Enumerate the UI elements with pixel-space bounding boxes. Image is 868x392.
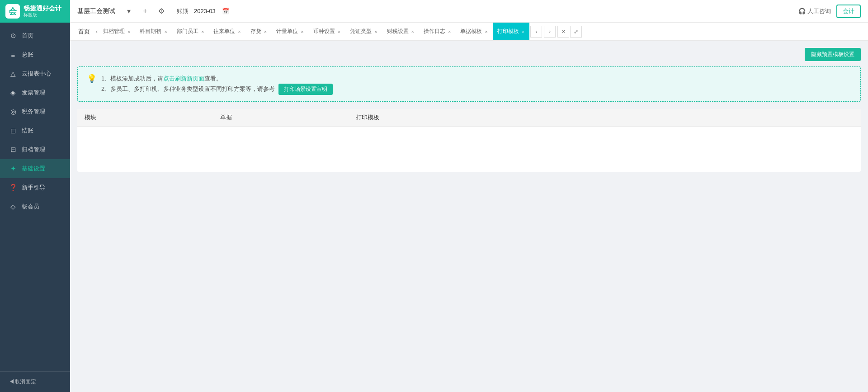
sidebar-item-reports[interactable]: △ 云报表中心	[0, 64, 70, 83]
tax-icon: ◎	[9, 108, 17, 116]
sidebar-item-label: 归档管理	[22, 146, 45, 154]
tab-currency[interactable]: 币种设置 ×	[309, 23, 345, 41]
tab-unit[interactable]: 计量单位 ×	[272, 23, 308, 41]
tab-currency-close[interactable]: ×	[338, 29, 340, 34]
service-btn[interactable]: 🎧 人工咨询	[798, 7, 831, 15]
tab-archive-close[interactable]: ×	[127, 29, 130, 34]
closing-icon: ◻	[9, 127, 17, 135]
tab-oplog-label: 操作日志	[424, 28, 445, 35]
unpin-label: ◀取消固定	[9, 378, 36, 386]
tab-inventory[interactable]: 存货 ×	[246, 23, 272, 41]
hide-template-btn[interactable]: 隐藏预置模板设置	[805, 48, 861, 61]
tab-inventory-label: 存货	[250, 28, 261, 35]
dropdown-btn[interactable]: ▾	[123, 5, 135, 18]
tab-expand-btn[interactable]: ⤢	[570, 26, 582, 38]
sidebar-nav: ⊙ 首页 ≡ 总账 △ 云报表中心 ◈ 发票管理 ◎ 税务管理 ◻ 结账 ⊟ 归…	[0, 23, 70, 371]
sidebar-item-settings[interactable]: ✦ 基础设置	[0, 159, 70, 178]
tab-separator: ‹	[96, 28, 98, 35]
tab-prev-btn[interactable]: ‹	[530, 26, 542, 38]
tab-voucher[interactable]: 凭证类型 ×	[345, 23, 382, 41]
tab-voucher-label: 凭证类型	[350, 28, 372, 35]
tab-taxsetting[interactable]: 财税设置 ×	[382, 23, 419, 41]
notice-line2: 2、多员工、多打印机、多种业务类型设置不同打印方案等，请参考 打印场景设置宣明	[101, 84, 333, 95]
tab-oplog-close[interactable]: ×	[448, 29, 451, 34]
notice-line1-pre: 1、模板添加成功后，请	[101, 75, 163, 82]
tab-inventory-close[interactable]: ×	[264, 29, 267, 34]
tab-oplog[interactable]: 操作日志 ×	[419, 23, 456, 41]
ledger-icon: ≡	[9, 51, 17, 59]
tab-dept[interactable]: 部门员工 ×	[172, 23, 209, 41]
sidebar-item-ledger[interactable]: ≡ 总账	[0, 45, 70, 64]
tab-partner-close[interactable]: ×	[238, 29, 241, 34]
content-area: 隐藏预置模板设置 💡 1、模板添加成功后，请点击刷新新页面查看。 2、多员工、多…	[70, 41, 868, 392]
sidebar-item-tax[interactable]: ◎ 税务管理	[0, 102, 70, 121]
notice-line1-post: 查看。	[204, 75, 222, 82]
table-header: 模块 单据 打印模板	[77, 109, 861, 127]
archive-icon: ⊟	[9, 146, 17, 154]
tab-close-all-btn[interactable]: ×	[557, 26, 569, 38]
member-icon: ◇	[9, 203, 17, 211]
sidebar-item-closing[interactable]: ◻ 结账	[0, 121, 70, 140]
topbar-right: 🎧 人工咨询 会计	[798, 5, 861, 18]
sidebar-item-member[interactable]: ◇ 畅会员	[0, 197, 70, 216]
tab-doc-template[interactable]: 单据模板 ×	[456, 23, 492, 41]
lightbulb-icon: 💡	[87, 74, 97, 84]
col-header-doc: 单据	[220, 113, 356, 122]
company-name: 基层工会测试	[77, 7, 115, 15]
reports-icon: △	[9, 70, 17, 78]
account-btn[interactable]: 会计	[836, 5, 861, 18]
home-icon: ⊙	[9, 32, 17, 40]
sidebar-item-label: 基础设置	[22, 165, 45, 173]
topbar-actions: ▾ ＋ ⚙	[123, 5, 168, 18]
sidebar-item-label: 发票管理	[22, 89, 45, 97]
tab-partner-label: 往来单位	[213, 28, 235, 35]
notice-line1: 1、模板添加成功后，请点击刷新新页面查看。	[101, 73, 333, 84]
sidebar-item-invoice[interactable]: ◈ 发票管理	[0, 83, 70, 102]
guide-icon: ❓	[9, 184, 17, 192]
tab-voucher-close[interactable]: ×	[374, 29, 377, 34]
tab-doc-template-label: 单据模板	[460, 28, 482, 35]
tab-archive[interactable]: 归档管理 ×	[99, 23, 135, 41]
sidebar-item-home[interactable]: ⊙ 首页	[0, 26, 70, 45]
period-label: 账期	[177, 7, 189, 15]
logo-icon: 会	[5, 4, 20, 19]
service-label: 人工咨询	[807, 7, 831, 15]
tab-print-template-close[interactable]: ×	[522, 29, 524, 34]
sidebar-item-label: 畅会员	[22, 203, 39, 211]
tab-print-template-label: 打印模板	[497, 28, 519, 35]
sidebar-item-archive[interactable]: ⊟ 归档管理	[0, 140, 70, 159]
tab-next-btn[interactable]: ›	[544, 26, 556, 38]
sidebar: 会 畅捷通好会计 标题版 ⊙ 首页 ≡ 总账 △ 云报表中心 ◈ 发票管理 ◎ …	[0, 0, 70, 392]
action-row: 隐藏预置模板设置	[77, 48, 861, 61]
tab-print-template[interactable]: 打印模板 ×	[493, 23, 529, 41]
tab-taxsetting-label: 财税设置	[387, 28, 409, 35]
sidebar-unpin-btn[interactable]: ◀取消固定	[0, 371, 70, 392]
tab-dept-close[interactable]: ×	[201, 29, 204, 34]
table-body	[77, 127, 861, 172]
main-area: 基层工会测试 ▾ ＋ ⚙ 账期 2023-03 📅 🎧 人工咨询 会计 首页 ‹…	[70, 0, 868, 392]
notice-refresh-link[interactable]: 点击刷新新页面	[163, 75, 204, 82]
tab-taxsetting-close[interactable]: ×	[411, 29, 414, 34]
calendar-icon[interactable]: 📅	[222, 8, 229, 14]
add-tab-btn[interactable]: ＋	[139, 5, 151, 18]
tab-subject-close[interactable]: ×	[164, 29, 167, 34]
tab-partner[interactable]: 往来单位 ×	[209, 23, 245, 41]
print-scene-btn[interactable]: 打印场景设置宣明	[278, 84, 333, 95]
sidebar-item-label: 首页	[22, 32, 33, 40]
tab-home[interactable]: 首页	[74, 23, 95, 41]
tab-subject[interactable]: 科目期初 ×	[135, 23, 172, 41]
topbar: 基层工会测试 ▾ ＋ ⚙ 账期 2023-03 📅 🎧 人工咨询 会计	[70, 0, 868, 23]
sidebar-item-guide[interactable]: ❓ 新手引导	[0, 178, 70, 197]
tab-unit-label: 计量单位	[276, 28, 298, 35]
tab-doc-template-close[interactable]: ×	[485, 29, 487, 34]
tabbar: 首页 ‹ 归档管理 × 科目期初 × 部门员工 × 往来单位 × 存货 × 计量…	[70, 23, 868, 41]
tab-currency-label: 币种设置	[313, 28, 335, 35]
invoice-icon: ◈	[9, 89, 17, 97]
settings-gear-btn[interactable]: ⚙	[155, 5, 168, 18]
tab-unit-close[interactable]: ×	[301, 29, 303, 34]
sidebar-logo: 会 畅捷通好会计 标题版	[0, 0, 70, 23]
data-table: 模块 单据 打印模板	[77, 109, 861, 172]
sidebar-item-label: 结账	[22, 127, 33, 135]
sidebar-item-label: 新手引导	[22, 184, 45, 192]
logo-subtitle: 标题版	[24, 12, 61, 18]
